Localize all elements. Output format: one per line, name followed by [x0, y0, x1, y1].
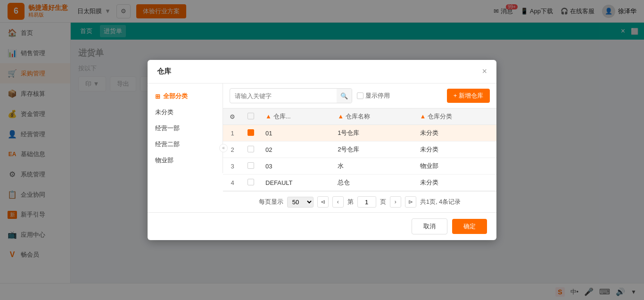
row-name: 水 [332, 158, 414, 175]
page-number-input[interactable] [357, 196, 376, 208]
row-checkbox[interactable] [248, 129, 254, 136]
row-checkbox[interactable] [248, 162, 254, 169]
page-text: 第 [347, 198, 354, 206]
per-page-label: 每页显示 [259, 198, 283, 206]
row-code: 01 [260, 125, 332, 142]
show-disabled-text: 显示停用 [365, 92, 390, 100]
row-name: 2号仓库 [332, 142, 414, 158]
search-button[interactable]: 🔍 [337, 89, 352, 103]
th-settings: ⚙ [223, 108, 242, 125]
table-row[interactable]: 303水物业部 [223, 158, 496, 175]
next-page-button[interactable]: › [390, 196, 401, 208]
row-checkbox-cell [242, 142, 260, 158]
modal-close-button[interactable]: × [482, 67, 487, 76]
show-disabled-label: 显示停用 [357, 92, 390, 100]
select-all-checkbox[interactable] [248, 113, 254, 119]
show-disabled-checkbox[interactable] [357, 92, 363, 99]
row-code: DEFAULT [260, 175, 332, 191]
page-label: 页 [380, 198, 386, 206]
modal-title: 仓库 [157, 67, 171, 76]
row-checkbox[interactable] [248, 179, 254, 185]
cat-dept2-label: 经营二部 [155, 140, 180, 149]
cancel-button[interactable]: 取消 [412, 218, 447, 234]
warehouse-table: ⚙ ▲仓库... ▲仓库名称 ▲仓库分类 1011号仓库未分类2022号仓库未分… [223, 108, 496, 191]
modal-pagination: 每页显示 50 100 ⊲ ‹ 第 页 › ⊳ 共1页, 4条记录 [223, 191, 496, 212]
cat-item-all[interactable]: ⊞ 全部分类 [148, 88, 223, 104]
row-category: 物业部 [414, 158, 496, 175]
last-page-button[interactable]: ⊳ [405, 196, 416, 208]
modal-toolbar: 🔍 显示停用 + 新增仓库 [223, 83, 496, 108]
row-checkbox-cell [242, 158, 260, 175]
cat-all-label: 全部分类 [163, 92, 188, 100]
table-row[interactable]: 4DEFAULT总仓未分类 [223, 175, 496, 191]
category-sidebar: ⊞ 全部分类 未分类 经营一部 经营二部 物业部 [148, 83, 223, 173]
modal-overlay: 仓库 × ⊞ 全部分类 未分类 经营一部 [0, 0, 644, 300]
search-input-wrap: 🔍 [230, 88, 352, 103]
modal-footer: 取消 确定 [148, 212, 496, 240]
prev-page-button[interactable]: ‹ [332, 196, 344, 208]
row-category: 未分类 [414, 142, 496, 158]
cat-property-label: 物业部 [155, 156, 173, 165]
modal-body: ⊞ 全部分类 未分类 经营一部 经营二部 物业部 [148, 83, 496, 212]
cat-item-dept2[interactable]: 经营二部 [148, 136, 223, 152]
table-row[interactable]: 1011号仓库未分类 [223, 125, 496, 142]
row-num: 4 [223, 175, 242, 191]
cat-item-property[interactable]: 物业部 [148, 152, 223, 168]
total-info: 共1页, 4条记录 [420, 198, 461, 206]
cat-unclassified-label: 未分类 [155, 108, 173, 117]
row-checkbox-cell [242, 125, 260, 142]
th-name: ▲仓库名称 [332, 108, 414, 125]
add-warehouse-button[interactable]: + 新增仓库 [447, 89, 490, 103]
search-input[interactable] [230, 90, 337, 102]
row-checkbox[interactable] [248, 146, 254, 152]
row-name: 总仓 [332, 175, 414, 191]
modal-main: 🔍 显示停用 + 新增仓库 ⚙ [223, 83, 496, 212]
category-collapse-button[interactable]: « [219, 144, 228, 152]
th-category: ▲仓库分类 [414, 108, 496, 125]
per-page-select[interactable]: 50 100 [287, 197, 314, 208]
modal-header: 仓库 × [148, 60, 496, 83]
cat-all-icon: ⊞ [155, 93, 160, 100]
confirm-button[interactable]: 确定 [452, 219, 487, 234]
category-sidebar-wrap: ⊞ 全部分类 未分类 经营一部 经营二部 物业部 [148, 83, 223, 212]
row-checkbox-cell [242, 175, 260, 191]
row-num: 3 [223, 158, 242, 175]
cat-dept1-label: 经营一部 [155, 124, 180, 133]
row-name: 1号仓库 [332, 125, 414, 142]
th-code: ▲仓库... [260, 108, 332, 125]
row-category: 未分类 [414, 125, 496, 142]
table-row[interactable]: 2022号仓库未分类 [223, 142, 496, 158]
row-code: 03 [260, 158, 332, 175]
first-page-button[interactable]: ⊲ [317, 196, 329, 208]
row-code: 02 [260, 142, 332, 158]
cat-item-unclassified[interactable]: 未分类 [148, 104, 223, 120]
th-checkbox [242, 108, 260, 125]
row-num: 1 [223, 125, 242, 142]
warehouse-table-wrap: ⚙ ▲仓库... ▲仓库名称 ▲仓库分类 1011号仓库未分类2022号仓库未分… [223, 108, 496, 191]
row-category: 未分类 [414, 175, 496, 191]
sort-category-icon: ▲ [420, 113, 426, 120]
sort-name-icon: ▲ [338, 113, 344, 120]
sort-code-icon: ▲ [265, 113, 272, 120]
cat-item-dept1[interactable]: 经营一部 [148, 120, 223, 136]
warehouse-modal: 仓库 × ⊞ 全部分类 未分类 经营一部 [148, 60, 496, 240]
